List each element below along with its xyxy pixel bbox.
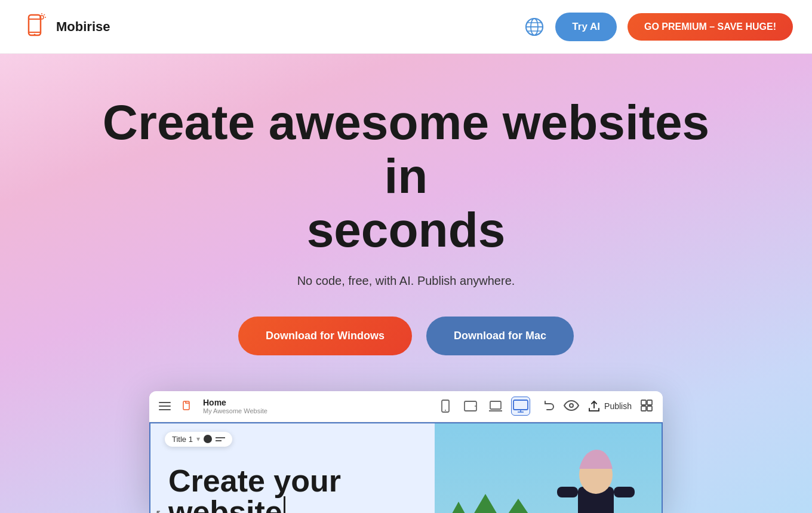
- toolbar-page-sub: My Awesome Website: [203, 407, 429, 414]
- upload-icon: [588, 400, 601, 413]
- svg-point-24: [570, 404, 573, 407]
- menu-icon[interactable]: [159, 402, 171, 410]
- svg-line-7: [44, 14, 45, 16]
- text-cursor: [284, 496, 285, 513]
- page-icon: [182, 400, 193, 412]
- preview-button[interactable]: [564, 399, 579, 414]
- app-preview-window: Home My Awesome Website: [149, 391, 663, 513]
- hero-subtitle: No code, free, with AI. Publish anywhere…: [297, 274, 515, 288]
- cta-buttons: Download for Windows Download for Mac: [238, 317, 574, 355]
- hero-title: Create awesome websites in seconds: [78, 96, 734, 257]
- undo-icon: [542, 399, 555, 412]
- desktop-view-button[interactable]: [511, 397, 530, 416]
- app-toolbar: Home My Awesome Website: [149, 391, 663, 422]
- header-actions: Try AI GO PREMIUM – SAVE HUGE!: [524, 13, 793, 41]
- globe-icon: [524, 17, 545, 37]
- mobirise-logo-icon: [19, 11, 50, 42]
- download-mac-button[interactable]: Download for Mac: [426, 317, 574, 355]
- header: Mobirise Try AI GO PREMIUM – SAVE HUGE!: [0, 0, 812, 54]
- undo-button[interactable]: [542, 399, 555, 414]
- svg-point-17: [475, 406, 476, 407]
- logo-text: Mobirise: [56, 19, 110, 35]
- svg-rect-26: [647, 400, 652, 405]
- toolbar-actions: Publish: [542, 399, 653, 414]
- svg-marker-39: [469, 494, 502, 513]
- person-illustration: [548, 433, 644, 513]
- toolbar-page-title: Home: [203, 398, 429, 407]
- dropdown-arrow: ▾: [196, 435, 200, 443]
- canvas-text-area: Title 1 ▾ Create your website: [150, 423, 435, 513]
- grid-icon: [640, 399, 653, 412]
- svg-rect-46: [557, 487, 578, 497]
- svg-rect-18: [490, 401, 501, 409]
- svg-rect-25: [641, 400, 646, 405]
- canvas-image-area: [435, 423, 662, 513]
- svg-rect-47: [614, 487, 635, 497]
- svg-rect-20: [513, 400, 528, 410]
- more-options-button[interactable]: [640, 399, 653, 414]
- language-selector-button[interactable]: [524, 17, 545, 37]
- eye-icon: [564, 399, 579, 412]
- hero-section: Create awesome websites in seconds No co…: [0, 54, 812, 513]
- svg-point-3: [34, 33, 36, 35]
- mobile-view-button[interactable]: [436, 397, 455, 416]
- text-format-toolbar[interactable]: Title 1 ▾: [165, 432, 232, 447]
- premium-button[interactable]: GO PREMIUM – SAVE HUGE!: [628, 13, 793, 41]
- text-align-icon: [216, 437, 225, 441]
- laptop-view-button[interactable]: [486, 397, 505, 416]
- toolbar-page-info: Home My Awesome Website: [203, 398, 429, 414]
- svg-point-15: [445, 410, 446, 411]
- publish-label: Publish: [604, 401, 632, 411]
- svg-rect-27: [641, 406, 646, 411]
- toolbar-device-icons: [436, 397, 530, 416]
- canvas-hero-text: Create your website: [168, 465, 417, 513]
- svg-rect-28: [647, 406, 652, 411]
- svg-marker-36: [445, 502, 472, 513]
- logo-area: Mobirise: [19, 11, 524, 42]
- publish-button[interactable]: Publish: [588, 400, 632, 413]
- app-canvas: Title 1 ▾ Create your website: [149, 422, 663, 513]
- svg-marker-42: [502, 499, 534, 513]
- svg-rect-13: [183, 401, 189, 410]
- canvas-content: Title 1 ▾ Create your website: [150, 423, 662, 513]
- try-ai-button[interactable]: Try AI: [555, 13, 617, 41]
- tablet-view-button[interactable]: [461, 397, 480, 416]
- canvas-pointer-cursor: ↖: [155, 507, 164, 513]
- text-color-dot[interactable]: [204, 435, 212, 443]
- trees-illustration: [435, 469, 542, 513]
- download-windows-button[interactable]: Download for Windows: [238, 317, 412, 355]
- text-style-label: Title 1: [172, 435, 193, 444]
